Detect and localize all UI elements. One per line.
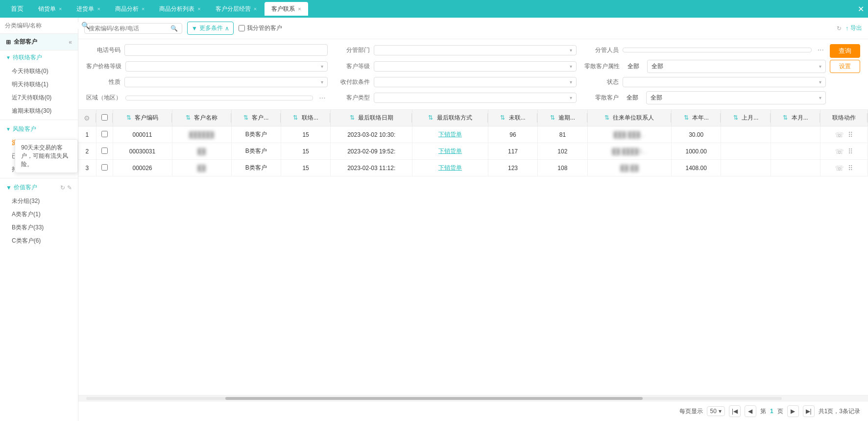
table-row: 3 000026 ██ B类客户 15 2023-02-03 11:12: 下销… [78,160,868,176]
col-sort-icon-12[interactable]: ⇅ [783,114,788,121]
col-sort-icon-7[interactable]: ⇅ [500,114,505,121]
page-size-select[interactable]: 50 ▾ [707,406,725,416]
tab-product-analysis[interactable]: 商品分析 × [108,2,151,16]
pagination-bar: 每页显示 50 ▾ |◀ ◀ 第 1 页 ▶ ▶| 共1页，3条记录 [78,401,868,421]
dept-select[interactable]: ▾ [374,45,577,55]
contact-icon-1[interactable]: ☏ [835,131,844,139]
sidebar-item-overdue-pending[interactable]: 逾期未联络(30) [0,104,78,118]
contact-icon-2[interactable]: ☏ [835,148,844,155]
tab-list-close[interactable]: × [197,6,200,12]
table-gear-icon[interactable]: ⚙ [84,114,90,122]
scatter-customer-select[interactable]: 全部 ▾ [646,91,826,104]
tab-list-label: 商品分析列表 [159,5,194,13]
nature-select[interactable]: ▾ [124,77,328,87]
my-customers-checkbox-wrap[interactable]: 我分管的客户 [239,24,282,32]
row-date-1: 2023-03-02 10:30: [331,126,412,143]
phone-input[interactable] [124,44,328,56]
first-page-btn[interactable]: |◀ [729,405,741,417]
tab-purchase-order[interactable]: 进货单 × [70,2,107,16]
row-not-contacted-1: 96 [488,126,537,143]
sidebar-item-class-a[interactable]: A类客户(1) [0,208,78,221]
manager-select[interactable] [623,48,811,52]
sidebar-all-customers[interactable]: ⊞ 全部客户 « [0,34,78,50]
sidebar-group-pending[interactable]: ▼ 待联络客户 [0,50,78,65]
col-sort-icon-5[interactable]: ⇅ [350,114,355,121]
close-window-btn[interactable]: ✕ [858,4,864,14]
sidebar-item-class-c[interactable]: C类客户(6) [0,234,78,248]
search-input[interactable] [89,25,168,32]
row-method-link-3[interactable]: 下销货单 [438,164,462,171]
sidebar-item-class-b[interactable]: B类客户(33) [0,221,78,234]
sidebar-search-input[interactable] [5,22,78,29]
tab-customer-tier[interactable]: 客户分层经营 × [209,2,264,16]
col-sort-icon-6[interactable]: ⇅ [428,114,433,121]
col-sort-icon-9[interactable]: ⇅ [604,114,609,121]
tab-product-list[interactable]: 商品分析列表 × [152,2,207,16]
col-sort-icon-10[interactable]: ⇅ [684,114,689,121]
prev-page-btn[interactable]: ◀ [745,405,756,417]
tab-sales-order[interactable]: 销货单 × [31,2,69,16]
col-sort-icon-8[interactable]: ⇅ [550,114,555,121]
manager-label: 分管人员 [584,46,619,54]
row-checkbox-input-3[interactable] [101,164,108,171]
col-sort-icon-2[interactable]: ⇅ [186,114,191,121]
chevron-down-icon: ∧ [225,25,229,32]
tab-contact-close[interactable]: × [298,6,301,12]
sidebar-group-value[interactable]: ▼ 价值客户 ↻ ✎ [0,180,78,195]
price-level-select[interactable]: ▾ [125,61,328,72]
tab-tier-close[interactable]: × [254,6,257,12]
col-sort-icon-3[interactable]: ⇅ [243,114,248,121]
tab-purchase-close[interactable]: × [97,6,100,12]
sidebar-group-risk[interactable]: ▼ 风险客户 [0,122,78,136]
row-index-2: 2 [78,143,96,160]
row-method-link-2[interactable]: 下销货单 [438,148,462,154]
row-overdue-2: 102 [538,143,587,160]
next-page-btn[interactable]: ▶ [787,405,799,417]
search-icon[interactable]: 🔍 [170,25,178,32]
row-checkbox-input-2[interactable] [101,148,108,154]
table-scrollbar-thumb[interactable] [225,397,643,400]
my-customers-checkbox[interactable] [239,25,245,31]
filter-row-4: 区域（地区） ··· 客户类型 ▾ [86,91,826,104]
sidebar-item-today-pending[interactable]: 今天待联络(0) [0,65,78,78]
table-scrollbar-track[interactable] [86,397,782,400]
row-code-1: 000011 [113,126,172,143]
customer-type-select[interactable]: ▾ [374,93,577,103]
row-method-link-1[interactable]: 下销货单 [438,131,462,138]
scatter-attr-select[interactable]: 全部 ▾ [647,60,826,73]
sidebar-item-tomorrow-pending[interactable]: 明天待联络(1) [0,78,78,91]
payment-select[interactable]: ▾ [374,77,577,87]
contact-icon-3[interactable]: ☏ [835,164,844,172]
tab-sales-close[interactable]: × [59,6,62,12]
col-sort-icon-4[interactable]: ⇅ [293,114,298,121]
export-btn[interactable]: ↑ 导出 [845,24,862,32]
tab-analysis-close[interactable]: × [142,6,145,12]
row-checkbox-input-1[interactable] [101,131,108,137]
more-conditions-btn[interactable]: ▼ 更多条件 ∧ [187,22,234,35]
table-header-row: ⚙ ⇅ 客户编码 ⇅ 客户名称 [78,110,868,126]
refresh-icon-bar[interactable]: ↻ [837,25,842,32]
query-btn[interactable]: 查询 [830,44,860,58]
more-action-icon-1[interactable]: ⠿ [848,131,853,139]
settings-btn[interactable]: 设置 [830,60,860,73]
last-page-btn[interactable]: ▶| [803,405,815,417]
sidebar-search-icon[interactable]: 🔍 [81,22,90,29]
col-sort-icon[interactable]: ⇅ [126,114,131,121]
status-select[interactable]: ▾ [623,77,826,87]
region-select[interactable] [125,96,313,100]
sidebar-item-unclassified[interactable]: 未分组(32) [0,195,78,208]
col-this-month: ⇅ 本月... [771,110,820,126]
sidebar-item-7days-pending[interactable]: 近7天待联络(0) [0,91,78,104]
edit-icon[interactable]: ✎ [67,184,72,191]
sidebar-collapse-icon[interactable]: « [69,39,72,46]
tab-home[interactable]: 首页 [4,4,30,13]
col-sort-icon-11[interactable]: ⇅ [733,114,738,121]
select-all-checkbox[interactable] [101,114,108,121]
region-more-btn[interactable]: ··· [317,94,327,102]
customer-level-select[interactable]: ▾ [374,61,577,72]
more-action-icon-2[interactable]: ⠿ [848,148,853,155]
more-action-icon-3[interactable]: ⠿ [848,164,853,172]
refresh-icon[interactable]: ↻ [60,184,65,191]
manager-more-btn[interactable]: ··· [816,46,826,54]
tab-customer-contact[interactable]: 客户联系 × [265,2,308,16]
